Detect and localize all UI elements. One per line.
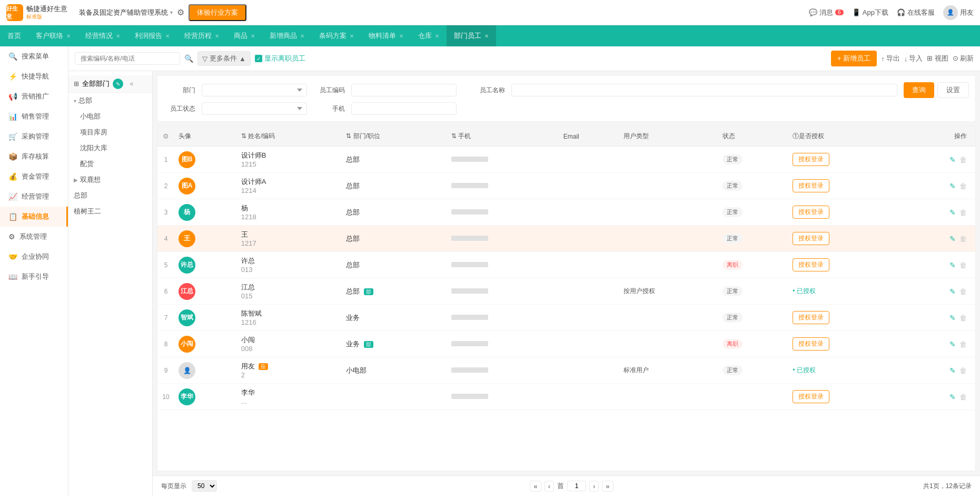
per-page-select[interactable]: 50 xyxy=(192,480,217,492)
sidebar-item-inventory[interactable]: 📦 库存核算 xyxy=(0,147,68,167)
tree-item-zhishu[interactable]: 植树王二 xyxy=(68,203,152,219)
tab-operations[interactable]: 经营情况 ✕ xyxy=(78,25,127,46)
app-download-button[interactable]: 📱 App下载 xyxy=(852,8,888,17)
col-settings[interactable]: ⚙ xyxy=(157,127,174,147)
edit-button[interactable]: ✎ xyxy=(949,314,956,322)
first-page-button[interactable]: « xyxy=(530,481,541,492)
tree-item-zongbu-root[interactable]: ▾ 总部 xyxy=(68,93,152,109)
emp-code-input[interactable] xyxy=(351,84,457,96)
auth-login-button[interactable]: 授权登录 xyxy=(793,311,829,324)
tab-employees[interactable]: 部门员工 ✕ xyxy=(447,25,496,46)
dept-edit-button[interactable]: ✎ xyxy=(113,79,123,89)
phone-input[interactable] xyxy=(351,102,457,115)
sidebar-item-management[interactable]: 📈 经营管理 xyxy=(0,187,68,207)
sidebar-item-basic[interactable]: 📋 基础信息 xyxy=(0,207,68,227)
delete-button[interactable]: 🗑 xyxy=(959,287,967,296)
tree-item-peihuo[interactable]: 配货 xyxy=(68,156,152,172)
sidebar-item-guide[interactable]: 📖 新手引导 xyxy=(0,267,68,287)
close-icon[interactable]: ✕ xyxy=(66,33,71,39)
system-dropdown-arrow[interactable]: ▾ xyxy=(170,9,173,15)
delete-button[interactable]: 🗑 xyxy=(959,314,967,322)
message-button[interactable]: 💬 消息 6 xyxy=(809,8,844,17)
edit-button[interactable]: ✎ xyxy=(949,287,956,296)
delete-button[interactable]: 🗑 xyxy=(959,208,967,217)
prev-page-button[interactable]: ‹ xyxy=(545,481,554,492)
delete-button[interactable]: 🗑 xyxy=(959,366,967,375)
sidebar-item-sales[interactable]: 📊 销售管理 xyxy=(0,106,68,127)
close-icon[interactable]: ✕ xyxy=(399,33,403,39)
sidebar-item-search[interactable]: 🔍 搜索菜单 xyxy=(0,46,68,66)
page-number-input[interactable] xyxy=(567,481,586,491)
close-icon[interactable]: ✕ xyxy=(165,33,170,39)
query-button[interactable]: 查询 xyxy=(904,82,934,98)
tab-profit[interactable]: 利润报告 ✕ xyxy=(127,25,177,46)
tab-barcode[interactable]: 条码方案 ✕ xyxy=(312,25,361,46)
edit-button[interactable]: ✎ xyxy=(949,340,956,348)
edit-button[interactable]: ✎ xyxy=(949,261,956,269)
sidebar-item-quick[interactable]: ⚡ 快捷导航 xyxy=(0,66,68,86)
next-page-button[interactable]: › xyxy=(589,481,599,492)
show-resigned-checkbox[interactable]: ✓ 显示离职员工 xyxy=(255,54,305,63)
close-icon[interactable]: ✕ xyxy=(435,33,439,39)
search-button[interactable]: 🔍 xyxy=(184,54,193,63)
close-icon[interactable]: ✕ xyxy=(116,33,120,39)
edit-button[interactable]: ✎ xyxy=(949,155,956,164)
edit-button[interactable]: ✎ xyxy=(949,208,956,217)
auth-login-button[interactable]: 授权登录 xyxy=(793,153,829,166)
tab-bom[interactable]: 物料清单 ✕ xyxy=(361,25,411,46)
emp-status-select[interactable] xyxy=(202,102,307,115)
trial-button[interactable]: 体验行业方案 xyxy=(189,4,246,21)
tab-home[interactable]: 首页 xyxy=(0,25,28,46)
delete-button[interactable]: 🗑 xyxy=(959,235,967,243)
collapse-button[interactable]: « xyxy=(126,79,137,89)
sidebar-item-collab[interactable]: 🤝 企业协同 xyxy=(0,247,68,267)
close-icon[interactable]: ✕ xyxy=(251,33,255,39)
emp-name-input[interactable] xyxy=(511,84,897,96)
sidebar-item-system[interactable]: ⚙ 系统管理 xyxy=(0,227,68,247)
export-button[interactable]: ↑ 导出 xyxy=(881,54,900,63)
sidebar-item-purchase[interactable]: 🛒 采购管理 xyxy=(0,127,68,147)
tab-warehouse[interactable]: 仓库 ✕ xyxy=(411,25,447,46)
add-employee-button[interactable]: + 新增员工 xyxy=(831,51,877,66)
tree-item-shuanglu[interactable]: ▶ 双鹿想 xyxy=(68,172,152,188)
close-icon[interactable]: ✕ xyxy=(215,33,219,39)
sidebar-item-finance[interactable]: 💰 资金管理 xyxy=(0,167,68,187)
dept-select[interactable] xyxy=(202,84,307,96)
search-input[interactable] xyxy=(75,52,180,65)
last-page-button[interactable]: » xyxy=(602,481,613,492)
column-settings-icon[interactable]: ⚙ xyxy=(163,132,169,140)
delete-button[interactable]: 🗑 xyxy=(959,155,967,164)
close-icon[interactable]: ✕ xyxy=(300,33,304,39)
online-service-button[interactable]: 🎧 在线客服 xyxy=(897,8,935,17)
sidebar-item-marketing[interactable]: 📢 营销推广 xyxy=(0,86,68,106)
col-phone[interactable]: ⇅ 手机 xyxy=(447,127,559,147)
col-dept[interactable]: ⇅ 部门/职位 xyxy=(342,127,447,147)
auth-login-button[interactable]: 授权登录 xyxy=(793,206,829,219)
edit-button[interactable]: ✎ xyxy=(949,235,956,243)
edit-button[interactable]: ✎ xyxy=(949,366,956,375)
tree-item-shenyang[interactable]: 沈阳大库 xyxy=(68,140,152,156)
delete-button[interactable]: 🗑 xyxy=(959,340,967,348)
edit-button[interactable]: ✎ xyxy=(949,393,956,401)
tree-item-zongbu[interactable]: 总部 xyxy=(68,188,152,203)
edit-button[interactable]: ✎ xyxy=(949,182,956,190)
auth-login-button[interactable]: 授权登录 xyxy=(793,232,829,245)
auth-login-button[interactable]: 授权登录 xyxy=(793,179,829,192)
tree-item-xiaodian[interactable]: 小电部 xyxy=(68,109,152,124)
tab-products[interactable]: 商品 ✕ xyxy=(226,25,262,46)
gear-button[interactable]: ⚙ xyxy=(177,7,184,17)
auth-login-button[interactable]: 授权登录 xyxy=(793,390,829,403)
delete-button[interactable]: 🗑 xyxy=(959,261,967,269)
tab-new-product[interactable]: 新增商品 ✕ xyxy=(262,25,312,46)
close-icon[interactable]: ✕ xyxy=(484,33,489,39)
auth-login-button[interactable]: 授权登录 xyxy=(793,258,829,271)
set-button[interactable]: 设置 xyxy=(937,82,969,98)
tab-customer[interactable]: 客户联络 ✕ xyxy=(28,25,78,46)
import-button[interactable]: ↓ 导入 xyxy=(904,54,923,63)
user-menu[interactable]: 👤 用友 xyxy=(943,5,974,20)
delete-button[interactable]: 🗑 xyxy=(959,182,967,190)
auth-login-button[interactable]: 授权登录 xyxy=(793,337,829,351)
more-actions-button[interactable]: ⊙ 刷新 xyxy=(953,54,974,63)
tab-history[interactable]: 经营历程 ✕ xyxy=(177,25,226,46)
more-filter-button[interactable]: ▽ 更多条件 ▲ xyxy=(197,51,251,66)
